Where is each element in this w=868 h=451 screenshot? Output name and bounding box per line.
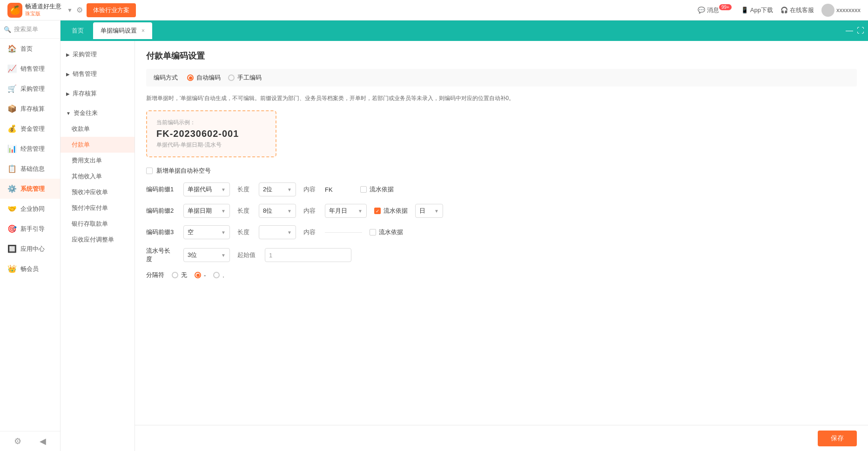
user-item[interactable]: xxxxxxxx bbox=[821, 4, 861, 17]
prefix3-serial-checkbox[interactable] bbox=[370, 229, 376, 236]
sub-menu-header-capital[interactable]: ▼ 资金往来 bbox=[61, 105, 135, 121]
sidebar-bottom: ⚙ ◀ bbox=[0, 431, 60, 451]
sub-menu-item-payment[interactable]: 付款单 bbox=[61, 137, 135, 153]
radio-auto[interactable]: 自动编码 bbox=[187, 74, 221, 82]
prefix2-length-select[interactable]: 8位 ▼ bbox=[259, 204, 296, 218]
sidebar-item-system[interactable]: ⚙️ 系统管理 bbox=[0, 179, 60, 199]
prefix2-serial-checkbox[interactable]: ✓ bbox=[374, 208, 381, 214]
sub-menu-inventory: ▶ 库存核算 bbox=[61, 84, 135, 103]
settings-bottom-icon[interactable]: ⚙ bbox=[14, 436, 21, 446]
prefix1-select[interactable]: 单据代码 ▼ bbox=[183, 182, 230, 196]
sub-menu-item-advance-pay[interactable]: 预付冲应付单 bbox=[61, 200, 135, 216]
sidebar-label-system: 系统管理 bbox=[20, 185, 45, 193]
prefix2-arrow: ▼ bbox=[221, 209, 226, 214]
logo-sub: 珠宝版 bbox=[25, 10, 61, 17]
minimize-tab-icon[interactable]: — bbox=[846, 27, 853, 35]
prefix2-period-select[interactable]: 日 ▼ bbox=[415, 204, 443, 218]
sidebar-label-finance: 资金管理 bbox=[20, 125, 45, 133]
sidebar-label-guide: 新手引导 bbox=[20, 225, 45, 233]
online-service-item[interactable]: 🎧 在线客服 bbox=[781, 6, 814, 14]
prefix2-length-arrow: ▼ bbox=[287, 209, 292, 214]
prefix1-serial-group: 流水依据 bbox=[360, 185, 394, 194]
prefix3-serial-group: 流水依据 bbox=[370, 228, 403, 236]
sidebar-item-purchase[interactable]: 🛒 采购管理 bbox=[0, 79, 60, 99]
topbar-right: 💬 消息 99+ 📱 App下载 🎧 在线客服 xxxxxxxx bbox=[698, 4, 861, 17]
serial-length-select[interactable]: 3位 ▼ bbox=[183, 248, 230, 262]
sub-menu-item-advance-receive[interactable]: 预收冲应收单 bbox=[61, 184, 135, 200]
separator-none[interactable]: 无 bbox=[172, 271, 187, 279]
tabs-bar-actions: — ⛶ bbox=[846, 27, 864, 35]
sub-menu-item-adjustment[interactable]: 应收应付调整单 bbox=[61, 232, 135, 248]
sub-menu-capital: ▼ 资金往来 收款单 付款单 费用支出单 其他收入单 bbox=[61, 103, 135, 249]
prefix2-select[interactable]: 单据日期 ▼ bbox=[183, 204, 230, 218]
inventory-icon: 📦 bbox=[7, 104, 17, 113]
sub-menu-label-purchase: 采购管理 bbox=[73, 50, 97, 59]
expand-tab-icon[interactable]: ⛶ bbox=[857, 27, 864, 35]
serial-length-value: 3位 bbox=[188, 251, 197, 259]
sub-menu-item-bank[interactable]: 银行存取款单 bbox=[61, 216, 135, 232]
sidebar-item-apps[interactable]: 🔲 应用中心 bbox=[0, 239, 60, 259]
sidebar-item-inventory[interactable]: 📦 库存核算 bbox=[0, 99, 60, 119]
prefix1-value: 单据代码 bbox=[188, 185, 212, 194]
radio-auto-label: 自动编码 bbox=[196, 74, 221, 82]
auto-fill-checkbox[interactable] bbox=[146, 168, 153, 174]
sub-menu-header-purchase[interactable]: ▶ 采购管理 bbox=[61, 47, 135, 62]
sidebar-item-home[interactable]: 🏠 首页 bbox=[0, 39, 60, 59]
sub-menu-label-sales: 销售管理 bbox=[73, 70, 97, 78]
sidebar-item-finance[interactable]: 💰 资金管理 bbox=[0, 119, 60, 139]
serial-length-row: 流水号长度 3位 ▼ 起始值 bbox=[146, 247, 857, 263]
prefix1-length-value: 2位 bbox=[263, 185, 272, 194]
save-button[interactable]: 保存 bbox=[818, 431, 857, 446]
sub-menu-header-sales[interactable]: ▶ 销售管理 bbox=[61, 66, 135, 82]
prefix2-length-label: 长度 bbox=[237, 207, 249, 215]
app-download-item[interactable]: 📱 App下载 bbox=[741, 6, 773, 14]
sub-menu-header-inventory[interactable]: ▶ 库存核算 bbox=[61, 86, 135, 101]
service-icon: 🎧 bbox=[781, 7, 788, 13]
sidebar-item-enterprise[interactable]: 🤝 企业协同 bbox=[0, 199, 60, 219]
sidebar-item-basic[interactable]: 📋 基础信息 bbox=[0, 159, 60, 179]
messages-item[interactable]: 💬 消息 99+ bbox=[698, 6, 733, 14]
prefix2-length-value: 8位 bbox=[263, 207, 272, 215]
prefix1-serial-checkbox[interactable] bbox=[360, 186, 367, 193]
radio-dot-manual bbox=[228, 74, 235, 81]
prefix3-length-select[interactable]: ▼ bbox=[259, 225, 296, 239]
sidebar-item-guide[interactable]: 🎯 新手引导 bbox=[0, 219, 60, 239]
separator-dash-label: - bbox=[204, 272, 206, 279]
sidebar-search[interactable]: 🔍 搜索菜单 bbox=[0, 20, 60, 39]
coding-method-label: 编码方式 bbox=[154, 74, 178, 82]
separator-dot-dot bbox=[213, 272, 220, 278]
nav-dropdown[interactable]: ▼ bbox=[67, 7, 73, 13]
sub-menu-item-receipt[interactable]: 收款单 bbox=[61, 121, 135, 137]
prefix3-select[interactable]: 空 ▼ bbox=[183, 225, 230, 239]
sidebar-item-member[interactable]: 👑 畅会员 bbox=[0, 259, 60, 279]
separator-dot[interactable]: . bbox=[213, 272, 224, 279]
settings-icon[interactable]: ⚙ bbox=[76, 6, 83, 14]
prefix1-serial-label: 流水依据 bbox=[370, 185, 394, 194]
collapse-icon[interactable]: ◀ bbox=[40, 436, 46, 446]
sub-menu-item-expense[interactable]: 费用支出单 bbox=[61, 153, 135, 168]
sub-menu-item-other-income[interactable]: 其他收入单 bbox=[61, 168, 135, 184]
content-area: 首页 单据编码设置 × — ⛶ ▶ 采购管理 bbox=[61, 20, 868, 451]
sidebar-item-sales[interactable]: 📈 销售管理 bbox=[0, 59, 60, 79]
apps-icon: 🔲 bbox=[7, 244, 17, 253]
start-value-label: 起始值 bbox=[237, 251, 256, 259]
tab-close-icon[interactable]: × bbox=[141, 27, 145, 34]
sidebar-item-operations[interactable]: 📊 经营管理 bbox=[0, 139, 60, 159]
serial-length-arrow: ▼ bbox=[221, 253, 226, 258]
finance-icon: 💰 bbox=[7, 124, 17, 133]
sidebar-search-label: 搜索菜单 bbox=[14, 25, 38, 34]
prefix2-content-select[interactable]: 年月日 ▼ bbox=[325, 204, 367, 218]
auto-fill-label: 新增单据自动补空号 bbox=[156, 167, 211, 175]
prefix1-label: 编码前缀1 bbox=[146, 185, 176, 194]
separator-dash[interactable]: - bbox=[195, 272, 206, 279]
prefix2-period-value: 日 bbox=[419, 207, 425, 215]
radio-manual[interactable]: 手工编码 bbox=[228, 74, 262, 82]
tab-active[interactable]: 单据编码设置 × bbox=[93, 22, 152, 39]
system-icon: ⚙️ bbox=[7, 184, 17, 193]
tab-home[interactable]: 首页 bbox=[64, 22, 91, 39]
prefix1-length-select[interactable]: 2位 ▼ bbox=[259, 182, 296, 196]
coding-radio-group: 自动编码 手工编码 bbox=[187, 74, 262, 82]
experience-button[interactable]: 体验行业方案 bbox=[87, 3, 136, 17]
start-value-input[interactable] bbox=[265, 248, 351, 262]
app-icon: 📱 bbox=[741, 7, 748, 13]
